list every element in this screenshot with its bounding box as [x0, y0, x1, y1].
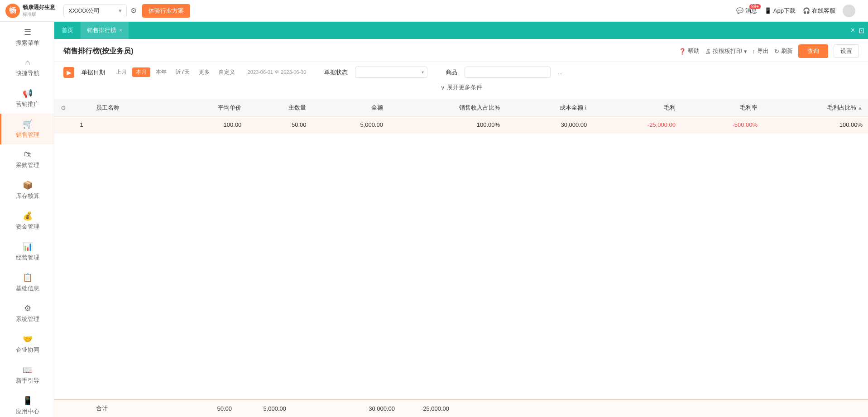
filter-toggle-button[interactable]: ▶	[63, 67, 74, 78]
sidebar-item-basics[interactable]: 📋 基础信息	[0, 267, 54, 298]
tab-label: 销售排行榜	[87, 26, 116, 34]
header-right: 💬 消息 99+ 📱 App下载 🎧 在线客服	[736, 5, 863, 17]
search-menu-icon: ☰	[24, 27, 31, 37]
sidebar-label-purchase: 采购管理	[16, 161, 39, 169]
sidebar-label-finance: 资金管理	[16, 223, 39, 231]
sidebar-item-system[interactable]: ⚙ 系统管理	[0, 298, 54, 329]
avatar[interactable]	[843, 5, 855, 17]
cell-cost: 30,000.00	[505, 117, 592, 133]
sidebar-item-operations[interactable]: 📊 经营管理	[0, 236, 54, 267]
expand-icon: ∨	[441, 84, 445, 91]
col-amount: 全额	[312, 99, 388, 117]
main-layout: ☰ 搜索菜单 ⌂ 快捷导航 📢 营销推广 🛒 销售管理 🛍 采购管理 📦 库存核…	[0, 22, 868, 417]
print-icon: 🖨	[705, 48, 711, 55]
cell-settings	[54, 117, 72, 133]
help-icon: ❓	[679, 48, 686, 55]
settings-button[interactable]: 设置	[834, 44, 859, 58]
sidebar: ☰ 搜索菜单 ⌂ 快捷导航 📢 营销推广 🛒 销售管理 🛍 采购管理 📦 库存核…	[0, 22, 54, 417]
query-button[interactable]: 查询	[798, 44, 828, 58]
goods-more-link[interactable]: ...	[558, 69, 562, 76]
sidebar-label-inventory: 库存核算	[16, 192, 39, 200]
date-tabs: 上月 本月 本年 近7天 更多 自定义	[112, 67, 239, 77]
table-footer: 合计 50.00 5,000.00 30,000.00 -25,000.00	[54, 399, 868, 417]
date-tab-last-month[interactable]: 上月	[112, 67, 130, 77]
table-wrapper: ⚙ 员工名称 平均单价 主数量 全额 销售收入占比% 成本全额 ℹ 毛利 毛利率…	[54, 99, 868, 399]
expand-row: ∨ 展开更多条件	[63, 78, 859, 94]
sidebar-label-operations: 经营管理	[16, 254, 39, 262]
sidebar-label-appstore: 应用中心	[16, 407, 39, 416]
date-tab-this-year[interactable]: 本年	[152, 67, 170, 77]
support-label: 在线客服	[812, 7, 835, 15]
date-filter-label: 单据日期	[82, 68, 105, 77]
page-title: 销售排行榜(按业务员)	[63, 47, 134, 56]
sidebar-item-marketing[interactable]: 📢 营销推广	[0, 83, 54, 114]
content-area: 首页 销售排行榜 × × ⊡ 销售排行榜(按业务员) ❓ 帮助	[54, 22, 868, 417]
help-button[interactable]: ❓ 帮助	[679, 47, 700, 55]
status-filter-label: 单据状态	[324, 68, 348, 77]
col-rank	[72, 99, 91, 117]
col-sales-pct: 销售收入占比%	[388, 99, 505, 117]
sidebar-item-sales[interactable]: 🛒 销售管理	[0, 114, 54, 144]
sidebar-label-guide: 新手引导	[16, 377, 39, 385]
headset-icon: 🎧	[803, 7, 810, 14]
export-icon: ↑	[753, 48, 756, 55]
gross-pct-icon[interactable]: ▲	[858, 105, 863, 110]
tab-bar: 首页 销售排行榜 × × ⊡	[54, 22, 868, 39]
sidebar-item-purchase[interactable]: 🛍 采购管理	[0, 144, 54, 175]
footer-quantity: 50.00	[196, 405, 232, 412]
date-tab-custom[interactable]: 自定义	[215, 67, 239, 77]
cost-info-icon[interactable]: ℹ	[585, 105, 587, 111]
tab-close-window-icon[interactable]: ×	[851, 26, 855, 34]
col-gross-rate: 毛利率	[681, 99, 763, 117]
company-name: XXXXX公司	[68, 7, 116, 15]
expand-conditions-button[interactable]: ∨ 展开更多条件	[441, 81, 482, 94]
page-header-actions: ❓ 帮助 🖨 按模板打印 ▾ ↑ 导出 ↻ 刷新	[679, 44, 859, 58]
message-badge: 99+	[749, 4, 761, 9]
sidebar-item-appstore[interactable]: 📱 应用中心	[0, 390, 54, 417]
tab-close-icon[interactable]: ×	[119, 27, 122, 34]
status-select[interactable]	[355, 67, 427, 78]
collab-icon: 🤝	[23, 334, 33, 344]
footer-label: 合计	[96, 404, 150, 412]
sidebar-item-collab[interactable]: 🤝 企业协同	[0, 329, 54, 359]
col-settings[interactable]: ⚙	[54, 99, 72, 117]
sidebar-item-guide[interactable]: 📖 新手引导	[0, 359, 54, 390]
sidebar-item-search[interactable]: ☰ 搜索菜单	[0, 22, 54, 53]
logo-text: 畅康通好生意 标准版	[23, 4, 55, 18]
tab-home[interactable]: 首页	[54, 22, 81, 39]
ranking-table: ⚙ 员工名称 平均单价 主数量 全额 销售收入占比% 成本全额 ℹ 毛利 毛利率…	[54, 99, 868, 133]
cell-gross-profit: -25,000.00	[592, 117, 681, 133]
company-selector[interactable]: XXXXX公司 ▾	[63, 5, 127, 17]
tab-sales-ranking[interactable]: 销售排行榜 ×	[81, 22, 129, 39]
logo-line2: 标准版	[23, 11, 55, 18]
basics-icon: 📋	[23, 273, 33, 283]
message-button[interactable]: 💬 消息 99+	[736, 7, 757, 15]
sidebar-label-collab: 企业协同	[16, 346, 39, 354]
date-tab-more[interactable]: 更多	[195, 67, 213, 77]
export-button[interactable]: ↑ 导出	[753, 47, 769, 55]
cell-avg-price: 100.00	[169, 117, 247, 133]
sidebar-item-quick-nav[interactable]: ⌂ 快捷导航	[0, 53, 54, 83]
trial-button[interactable]: 体验行业方案	[142, 4, 190, 18]
refresh-icon: ↻	[774, 48, 779, 55]
refresh-button[interactable]: ↻ 刷新	[774, 47, 793, 55]
app-download-button[interactable]: 📱 App下载	[764, 7, 796, 15]
app-icon: 📱	[764, 7, 772, 14]
goods-input[interactable]	[465, 67, 551, 78]
date-tab-7days[interactable]: 近7天	[172, 67, 193, 77]
top-header: 畅 畅康通好生意 标准版 XXXXX公司 ▾ ⚙ 体验行业方案 💬 消息 99+…	[0, 0, 868, 22]
sidebar-item-inventory[interactable]: 📦 库存核算	[0, 175, 54, 206]
template-print-button[interactable]: 🖨 按模板打印 ▾	[705, 47, 747, 55]
logo-area: 畅 畅康通好生意 标准版	[5, 4, 60, 18]
support-button[interactable]: 🎧 在线客服	[803, 7, 835, 15]
cell-employee	[91, 117, 169, 133]
sales-icon: 🛒	[23, 119, 33, 129]
settings-icon[interactable]: ⚙	[130, 6, 137, 15]
date-tab-this-month[interactable]: 本月	[132, 67, 150, 77]
inventory-icon: 📦	[23, 180, 33, 190]
tab-maximize-icon[interactable]: ⊡	[858, 26, 864, 35]
appstore-icon: 📱	[23, 396, 33, 406]
operations-icon: 📊	[23, 242, 33, 252]
sidebar-label-quick-nav: 快捷导航	[16, 69, 39, 77]
sidebar-item-finance[interactable]: 💰 资金管理	[0, 206, 54, 236]
